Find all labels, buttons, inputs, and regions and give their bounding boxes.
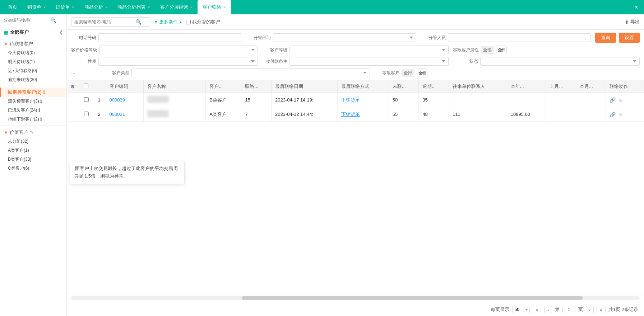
nav-product-analysis-close[interactable]: × [105,5,107,9]
row-checkbox-0[interactable] [80,93,93,107]
sidebar-item-class-a[interactable]: A类客户(1) [0,146,66,155]
status-select[interactable] [480,57,640,66]
action-grid-icon-1[interactable]: ⊞ [618,112,623,117]
horizontal-scrollbar[interactable] [71,296,640,300]
retail-customer-select[interactable]: 全部 [417,69,427,77]
sidebar-item-lost[interactable]: 已流失客户(24) ℹ [0,106,66,115]
nav-product-analysis-list[interactable]: 商品分析列表 × [112,0,155,14]
chevron-up-icon: ▲ [179,20,182,24]
row-settings-0 [67,93,80,107]
window-close-button[interactable]: × [631,4,641,11]
row-last-method-0[interactable]: 下销货单 [337,93,389,107]
ellipsis-icon[interactable]: … [583,35,588,41]
page-number-input[interactable] [562,306,575,313]
edit-icon[interactable]: ✎ [30,130,33,135]
sidebar-item-today[interactable]: 今天待联络(0) [0,48,66,57]
sidebar-search-input[interactable] [4,18,50,23]
th-last-method: 最后联络方式 [337,80,389,93]
filter-row-2: 客户价格等级 客户等级 零散客户属性 全部 全部 [71,46,640,54]
nav-customer-contact[interactable]: 客户联络 × [198,0,231,14]
nav-sales-order[interactable]: 销货单 × [22,0,51,14]
sidebar-item-class-b[interactable]: B类客户(33) [0,155,66,164]
customer-type-select[interactable] [131,69,370,77]
nav-customer-tier[interactable]: 客户分层经营 × [155,0,198,14]
nav-purchase-order-close[interactable]: × [72,5,74,9]
payment-select[interactable] [289,57,449,66]
search-icon[interactable]: 🔍 [135,19,142,25]
sidebar-item-7days[interactable]: 近7天待联络(0) [0,66,66,75]
sidebar-item-overdue[interactable]: 逾期未联络(30) [0,75,66,84]
sidebar-collapse-icon[interactable]: ❮ [59,30,63,35]
nav-product-analysis-list-close[interactable]: × [148,5,150,9]
sidebar-item-repurchase-abnormal[interactable]: 回购异常客户(2) ℹ [0,88,66,97]
my-customers-checkbox-area[interactable]: 我分管的客户 [186,19,220,25]
filter-field-payment: 收付款条件 [262,57,449,66]
row-this-year-1: 10995.00 [507,107,546,122]
sidebar-item-loss-warning[interactable]: 流失预警客户(3) ℹ [0,97,66,106]
row-last-date-0: 2023-04-17 14:19: [272,93,338,107]
sidebar-item-ungrouped[interactable]: 未分组(32) [0,137,66,146]
row-code-1[interactable]: 000031 [106,107,143,122]
filter-field-customer-type: 客户类型 [104,69,370,77]
page-size-select[interactable]: 50 100 200 [512,306,530,313]
th-num [93,80,106,93]
ellipsis-btn-2[interactable]: ··· [71,70,75,76]
nav-product-analysis[interactable]: 商品分析 × [79,0,112,14]
nav-customer-contact-close[interactable]: × [223,5,226,9]
action-link-icon-1[interactable]: 🔗 [610,112,616,117]
row-settings-1 [67,107,80,122]
sidebar-group-pending[interactable]: ▼ 待联络客户 [0,38,66,48]
last-page-btn[interactable]: » [597,306,606,313]
row-last-method-1[interactable]: 下销货单 [337,107,389,122]
my-customers-checkbox[interactable] [186,20,191,24]
filter-row-4: ··· 客户类型 零散客户 全部 全部 [71,69,640,77]
search-input[interactable] [74,19,135,24]
row-code-0[interactable]: 000039 [106,93,143,107]
action-link-icon-0[interactable]: 🔗 [610,97,616,103]
row-checkbox-1[interactable] [80,107,93,122]
sidebar-item-tomorrow[interactable]: 明天待联络(1) [0,57,66,66]
select-all-checkbox[interactable] [84,84,88,88]
nav-home[interactable]: 首页 [3,0,22,14]
payment-label: 收付款条件 [262,58,287,65]
phone-input[interactable] [98,33,241,42]
export-button[interactable]: ⬆ 导出 [625,19,640,25]
sidebar-group-value[interactable]: ▼ 价值客户 ✎ [0,127,66,137]
customer-level-select[interactable] [289,46,449,54]
sidebar-item-declining[interactable]: 持续下滑客户(2) ℹ [0,115,66,124]
nav-customer-tier-close[interactable]: × [190,5,193,9]
filter-field-price-level: 客户价格等级 [71,46,258,54]
query-button[interactable]: 查询 [595,33,616,43]
price-level-select[interactable] [99,46,258,54]
action-grid-icon-0[interactable]: ⊞ [618,97,623,103]
sidebar-search-icon[interactable]: 🔍 [50,17,56,23]
nature-label: 性质 [71,58,96,65]
nav-sales-order-close[interactable]: × [43,5,46,9]
th-name: 客户名称 [143,80,205,93]
more-conditions-btn[interactable]: ▼ 更多条件 ▲ [154,19,182,25]
nature-select[interactable] [98,57,258,66]
settings-button[interactable]: 设置 [619,33,640,43]
filter-bar-top: 🔍 ▼ 更多条件 ▲ 我分管的客户 ⬆ 导出 [67,14,644,30]
next-page-btn[interactable]: › [586,306,594,313]
th-settings[interactable]: ⚙ [67,80,80,93]
retail-attr-select[interactable]: 全部 [496,46,507,54]
data-table: ⚙ 客户编码 客户名称 客户... [67,80,644,122]
sidebar-all-customers[interactable]: ▦ 全部客户 ❮ [0,26,66,38]
person-input[interactable] [448,33,591,42]
nav-purchase-order[interactable]: 进货单 × [51,0,79,14]
row-not-contact-1: 55 [389,107,419,122]
export-icon: ⬆ [625,19,629,25]
row-overdue-1: 48 [419,107,449,122]
dept-label: 分管部门 [246,35,271,41]
sidebar-item-class-c[interactable]: C类客户(6) [0,164,66,173]
prev-page-btn[interactable]: ‹ [544,306,552,313]
scrollbar-thumb[interactable] [242,296,583,300]
filter-form: 电话号码 分管部门 分管人员 … 查询 设置 [67,30,644,80]
first-page-btn[interactable]: « [533,306,542,313]
filter-field-nature: 性质 [71,57,258,66]
th-contact-count: 联络... [241,80,272,93]
dept-select[interactable] [273,33,416,42]
table-header-row: ⚙ 客户编码 客户名称 客户... [67,80,644,93]
row-num-0: 1 [93,93,106,107]
